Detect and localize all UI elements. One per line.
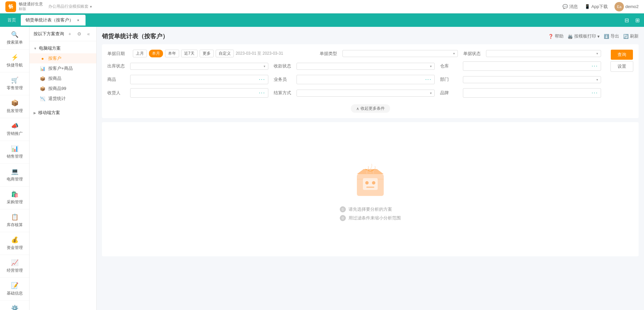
desktop-group-label: 电脑端方案 xyxy=(39,45,61,51)
finance-icon: 💰 xyxy=(11,236,18,244)
tab-close-icon[interactable]: × xyxy=(75,17,81,23)
scheme-item-by-customer[interactable]: ● 按客户 xyxy=(30,53,96,63)
out-status-label: 出库状态 xyxy=(107,63,127,69)
doc-type-select[interactable]: ▾ xyxy=(342,50,458,57)
out-status-select[interactable]: ▾ xyxy=(130,63,268,70)
export-button[interactable]: ⬇️ 导出 xyxy=(604,33,619,39)
tab-maximize-icon[interactable]: ⊞ xyxy=(633,16,641,24)
doc-status-label: 单据状态 xyxy=(463,51,483,57)
scheme-item-return-stat[interactable]: 📉 退货统计 xyxy=(30,94,96,104)
industry-selector[interactable]: 办公用品行业模拟账套 ▾ xyxy=(48,4,92,9)
doc-status-select[interactable]: ▾ xyxy=(486,50,601,57)
quick-nav-icon: ⚡ xyxy=(11,54,18,61)
sidebar-item-basic-info[interactable]: 📝 基础信息 xyxy=(0,278,29,301)
tab-sales-stat[interactable]: 销货单统计表（按客户） × xyxy=(21,15,86,25)
goods-99-icon: 📦 xyxy=(40,86,46,92)
empty-state-container: ① 请先选择要分析的方案 ② 用过滤条件来缩小分析范围 xyxy=(102,122,639,256)
empty-hints: ① 请先选择要分析的方案 ② 用过滤条件来缩小分析范围 xyxy=(340,206,401,221)
warehouse-input[interactable]: ··· xyxy=(463,61,601,71)
dept-select[interactable]: ▾ xyxy=(463,76,601,83)
logo-text-area: 畅捷通好生意 标版 xyxy=(19,2,43,11)
header-right: 💬 消息 📱 App下载 Ea demo2 xyxy=(562,2,639,11)
salesperson-input[interactable]: ··· xyxy=(297,75,435,84)
settlement-select[interactable]: ▾ xyxy=(297,90,435,97)
scheme-group-mobile-toggle[interactable]: ▶ 移动端方案 xyxy=(30,108,96,118)
receipt-status-select[interactable]: ▾ xyxy=(297,63,435,70)
sidebar-item-ecom-mgmt[interactable]: 💻 电商管理 xyxy=(0,164,29,187)
date-filter-controls: 上月 本月 本年 近7天 更多 自定义 2023-03-01 至 2023-03… xyxy=(133,50,283,57)
setting-button[interactable]: 设置 xyxy=(610,61,633,72)
help-button[interactable]: ❓ 帮助 xyxy=(548,33,564,39)
sidebar-item-ops-mgmt[interactable]: 📈 经营管理 xyxy=(0,255,29,278)
date-btn-this-year[interactable]: 本年 xyxy=(165,50,179,57)
mobile-group-label: 移动端方案 xyxy=(38,110,60,116)
receipt-status-arrow-icon: ▾ xyxy=(430,64,432,68)
filter-receipt-status: 收款状态 ▾ xyxy=(274,63,435,70)
sidebar-item-inventory[interactable]: 📋 库存核算 xyxy=(0,209,29,232)
basic-info-icon: 📝 xyxy=(11,282,18,289)
filter-consignee: 收货人 ··· xyxy=(107,88,268,98)
date-btn-last-month[interactable]: 上月 xyxy=(133,50,147,57)
query-btn-area: 查询 设置 xyxy=(605,50,633,72)
goods-input[interactable]: ··· xyxy=(130,75,268,84)
brand-label: 品牌 xyxy=(440,90,460,96)
consignee-label: 收货人 xyxy=(107,90,127,96)
scheme-item-by-goods-99[interactable]: 📦 按商品99 xyxy=(30,84,96,94)
scheme-group-desktop-toggle[interactable]: ▼ 电脑端方案 xyxy=(30,43,96,53)
tab-bar: 首页 销货单统计表（按客户） × ⊟ ⊞ xyxy=(0,13,644,27)
salesperson-dots-icon: ··· xyxy=(425,76,432,83)
tab-minimize-icon[interactable]: ⊟ xyxy=(623,16,631,24)
scheme-item-by-customer-goods[interactable]: 📊 按客户+商品 xyxy=(30,63,96,73)
message-icon: 💬 xyxy=(562,4,568,9)
date-btn-custom[interactable]: 自定义 xyxy=(216,50,234,57)
filter-dept: 部门 ▾ xyxy=(440,76,601,83)
retail-icon: 🛒 xyxy=(11,76,18,84)
export-icon: ⬇️ xyxy=(604,34,609,39)
date-btn-this-month[interactable]: 本月 xyxy=(149,50,163,57)
sidebar: 🔍 搜索菜单 ⚡ 快捷导航 🛒 零售管理 📦 批发管理 📣 营销推广 📊 销售管… xyxy=(0,27,30,310)
scheme-collapse-button[interactable]: « xyxy=(85,30,92,38)
sidebar-item-sys-mgmt[interactable]: ⚙️ 系统管理 xyxy=(0,301,29,310)
svg-rect-5 xyxy=(366,187,374,188)
wholesale-icon: 📦 xyxy=(11,99,18,107)
top-header: 畅 畅捷通好生意 标版 办公用品行业模拟账套 ▾ 💬 消息 📱 App下载 Ea… xyxy=(0,0,644,13)
brand-input[interactable]: ··· xyxy=(463,88,601,98)
sidebar-item-marketing[interactable]: 📣 营销推广 xyxy=(0,118,29,141)
print-button[interactable]: 🖨️ 按模板打印 ▾ xyxy=(568,33,600,39)
svg-point-3 xyxy=(365,181,369,185)
sidebar-item-search-menu[interactable]: 🔍 搜索菜单 xyxy=(0,27,29,50)
collapse-more-button[interactable]: ∧ 收起更多条件 xyxy=(351,104,390,113)
sidebar-item-sales-mgmt[interactable]: 📊 销售管理 xyxy=(0,141,29,164)
goods-dots-icon: ··· xyxy=(259,76,265,83)
message-button[interactable]: 💬 消息 xyxy=(562,4,578,10)
search-menu-icon: 🔍 xyxy=(11,31,18,38)
out-status-arrow-icon: ▾ xyxy=(264,64,265,68)
sales-icon: 📊 xyxy=(11,145,18,152)
date-btn-more[interactable]: 更多 xyxy=(200,50,214,57)
ecom-icon: 💻 xyxy=(11,168,18,175)
receipt-status-label: 收款状态 xyxy=(274,63,294,69)
sidebar-item-quick-nav[interactable]: ⚡ 快捷导航 xyxy=(0,50,29,72)
ops-icon: 📈 xyxy=(11,259,18,266)
scheme-header-title: 按以下方案查询 xyxy=(34,31,64,37)
sidebar-item-purchase-mgmt[interactable]: 🛍️ 采购管理 xyxy=(0,187,29,209)
query-button[interactable]: 查询 xyxy=(611,50,633,60)
sidebar-item-retail-mgmt[interactable]: 🛒 零售管理 xyxy=(0,72,29,95)
app-download-button[interactable]: 📱 App下载 xyxy=(585,4,608,10)
dept-label: 部门 xyxy=(440,76,460,83)
sidebar-item-wholesale-mgmt[interactable]: 📦 批发管理 xyxy=(0,95,29,118)
sidebar-item-finance[interactable]: 💰 资金管理 xyxy=(0,232,29,255)
scheme-add-button[interactable]: + xyxy=(66,30,73,38)
salesperson-label: 业务员 xyxy=(274,76,294,83)
tab-home[interactable]: 首页 xyxy=(3,15,21,25)
page-title: 销货单统计表（按客户） xyxy=(102,32,168,40)
filter-out-status: 出库状态 ▾ xyxy=(107,63,268,70)
filter-row-4: 收货人 ··· 结算方式 ▾ xyxy=(107,88,601,98)
date-btn-7days[interactable]: 近7天 xyxy=(181,50,198,57)
user-profile[interactable]: Ea demo2 xyxy=(614,2,639,11)
refresh-button[interactable]: 🔄 刷新 xyxy=(623,33,639,39)
scheme-settings-button[interactable]: ⚙ xyxy=(75,30,83,38)
scheme-item-by-goods[interactable]: 📦 按商品 xyxy=(30,73,96,84)
consignee-input[interactable]: ··· xyxy=(130,88,268,98)
tab-sales-stat-label: 销货单统计表（按客户） xyxy=(25,17,73,23)
